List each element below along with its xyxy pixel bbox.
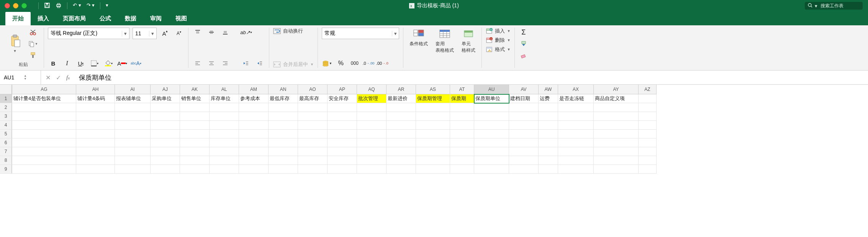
zoom-window[interactable]	[21, 3, 27, 8]
cell[interactable]	[151, 156, 180, 165]
column-header[interactable]: AN	[269, 85, 298, 94]
cell[interactable]	[76, 165, 115, 174]
align-top-button[interactable]	[192, 28, 203, 37]
cell[interactable]	[450, 112, 474, 121]
cell[interactable]	[416, 103, 450, 112]
cell[interactable]	[180, 112, 210, 121]
column-header[interactable]: AY	[594, 85, 639, 94]
cell[interactable]	[210, 121, 239, 130]
cell[interactable]	[474, 121, 509, 130]
cell[interactable]	[509, 130, 539, 138]
cell[interactable]	[151, 165, 180, 174]
cell[interactable]	[115, 130, 151, 138]
cell[interactable]: 保质期单位	[474, 94, 509, 103]
cell[interactable]	[594, 121, 639, 130]
cell[interactable]	[357, 103, 387, 112]
font-name-input[interactable]	[48, 30, 122, 36]
fill-color-button[interactable]: ▾	[103, 59, 114, 68]
align-left-button[interactable]	[192, 59, 203, 68]
customize-qat-icon[interactable]: ▾	[106, 2, 108, 10]
cell[interactable]: 最高库存	[298, 94, 328, 103]
cell[interactable]	[269, 138, 298, 147]
increase-font-button[interactable]: A▴	[160, 29, 170, 38]
cell[interactable]	[115, 138, 151, 147]
search-box[interactable]: ▾	[805, 2, 863, 10]
cell[interactable]	[639, 103, 657, 112]
cell[interactable]	[357, 112, 387, 121]
decrease-indent-button[interactable]	[241, 59, 251, 68]
cell[interactable]	[76, 121, 115, 130]
clear-button[interactable]	[519, 51, 529, 60]
cell[interactable]	[328, 121, 357, 130]
cell[interactable]	[450, 165, 474, 174]
cell[interactable]	[180, 156, 210, 165]
format-cells-button[interactable]: 格式 ▼	[486, 46, 511, 53]
insert-cells-button[interactable]: + 插入 ▼	[486, 28, 511, 35]
cell[interactable]	[76, 147, 115, 156]
tab-review[interactable]: 审阅	[143, 12, 169, 25]
cell[interactable]	[76, 112, 115, 121]
paste-button[interactable]: ▼	[7, 34, 23, 54]
cell[interactable]	[416, 121, 450, 130]
cell[interactable]	[387, 103, 416, 112]
cell[interactable]	[357, 121, 387, 130]
increase-indent-button[interactable]	[254, 59, 265, 68]
cell[interactable]	[298, 130, 328, 138]
cell[interactable]	[558, 156, 594, 165]
comma-button[interactable]: 000	[349, 59, 360, 68]
cell[interactable]	[558, 121, 594, 130]
cell[interactable]	[210, 112, 239, 121]
column-header[interactable]: AH	[76, 85, 115, 94]
decrease-decimal-button[interactable]: .00→.0	[377, 59, 388, 68]
number-format-combo[interactable]: ▾	[322, 28, 399, 39]
cell[interactable]	[594, 147, 639, 156]
fx-icon[interactable]: fx	[66, 74, 70, 81]
cut-button[interactable]	[26, 28, 40, 37]
cell[interactable]	[509, 156, 539, 165]
cell[interactable]	[12, 121, 76, 130]
cell[interactable]	[76, 130, 115, 138]
cell[interactable]	[639, 138, 657, 147]
cell[interactable]	[76, 138, 115, 147]
align-right-button[interactable]	[220, 59, 231, 68]
cell[interactable]	[539, 103, 558, 112]
cell[interactable]	[387, 165, 416, 174]
row-header[interactable]: 2	[0, 103, 12, 112]
undo-icon[interactable]: ↶ ▾	[73, 2, 81, 10]
row-header[interactable]: 7	[0, 147, 12, 156]
cell[interactable]	[416, 130, 450, 138]
cell[interactable]	[450, 156, 474, 165]
row-header[interactable]: 9	[0, 165, 12, 174]
tab-layout[interactable]: 页面布局	[56, 12, 93, 25]
row-header[interactable]: 5	[0, 130, 12, 138]
cell[interactable]	[416, 156, 450, 165]
row-header[interactable]: 1	[0, 94, 12, 103]
cell[interactable]	[539, 165, 558, 174]
cell[interactable]	[298, 147, 328, 156]
cell[interactable]	[269, 147, 298, 156]
cell[interactable]	[12, 138, 76, 147]
cell[interactable]	[639, 112, 657, 121]
cell[interactable]	[328, 147, 357, 156]
cell[interactable]	[639, 121, 657, 130]
autosum-button[interactable]: Σ	[519, 28, 529, 37]
column-header[interactable]: AQ	[357, 85, 387, 94]
column-header[interactable]: AI	[115, 85, 151, 94]
cell[interactable]	[509, 112, 539, 121]
cell[interactable]: 商品自定义项	[594, 94, 639, 103]
fill-button[interactable]	[519, 39, 529, 48]
cell[interactable]	[474, 138, 509, 147]
cell[interactable]	[12, 103, 76, 112]
column-header[interactable]: AK	[180, 85, 210, 94]
cell[interactable]	[298, 165, 328, 174]
cell[interactable]	[298, 156, 328, 165]
column-header[interactable]: AZ	[639, 85, 657, 94]
cell[interactable]	[239, 138, 269, 147]
percent-button[interactable]: %	[336, 59, 346, 68]
bold-button[interactable]: B	[48, 59, 59, 68]
cell[interactable]	[539, 121, 558, 130]
align-middle-button[interactable]	[206, 28, 217, 37]
cell[interactable]	[509, 138, 539, 147]
cell[interactable]	[180, 165, 210, 174]
cell[interactable]	[357, 147, 387, 156]
